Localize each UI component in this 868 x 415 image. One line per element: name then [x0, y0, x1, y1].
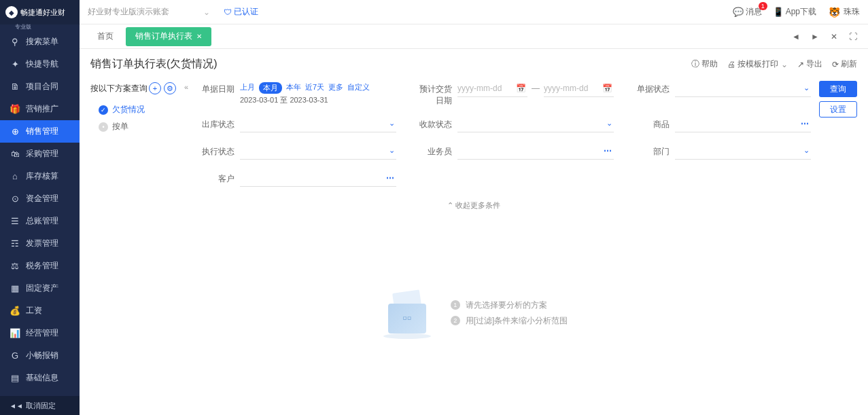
query-button[interactable]: 查询	[819, 81, 857, 97]
date-link-5[interactable]: 自定义	[347, 82, 370, 94]
close-icon[interactable]: ✕	[196, 33, 202, 40]
tab-prev-button[interactable]: ◄	[789, 30, 803, 43]
goods-label: 商品	[634, 115, 675, 130]
sidebar-pin-toggle[interactable]: ◄◄ 取消固定	[0, 396, 80, 415]
date-link-1[interactable]: 本月	[259, 82, 282, 94]
content: 销售订单执行表(欠货情况) ⓘ帮助 🖨按模板打印⌄ ↗导出 ⟳刷新 按以下方案查…	[80, 49, 868, 415]
nav-item-doc[interactable]: 🗎项目合同	[0, 75, 80, 98]
customer-label: 客户	[199, 169, 240, 185]
deliver-date-to-input[interactable]: yyyy-mm-dd📅	[544, 79, 614, 97]
salesman-label: 业务员	[417, 142, 457, 158]
collapse-up-icon: ⌃	[447, 201, 453, 210]
home-icon: ✦	[10, 59, 20, 70]
money-icon: ⊙	[10, 194, 20, 204]
search-icon: ⚲	[10, 37, 20, 48]
chevron-down-icon: ⌄	[389, 119, 395, 128]
nav-label: 总账管理	[26, 215, 58, 227]
nav-item-sys[interactable]: ⚙系统管理	[0, 389, 80, 396]
dash: —	[532, 84, 540, 93]
scheme-title: 按以下方案查询	[90, 83, 147, 94]
nav-item-biz[interactable]: 📊经营管理	[0, 322, 80, 344]
nav-item-search[interactable]: ⚲搜索菜单	[0, 31, 80, 53]
scheme-item-0[interactable]: ✓欠货情况	[99, 101, 191, 118]
brand-name: 畅捷通好业财	[20, 7, 65, 18]
empty-illustration: ▫▫	[380, 291, 434, 339]
nav-item-home[interactable]: ✦快捷导航	[0, 53, 80, 75]
nav-item-invoice[interactable]: ☶发票管理	[0, 232, 80, 255]
help-button[interactable]: ⓘ帮助	[691, 58, 718, 70]
brand-logo: ◆ 畅捷通好业财	[0, 0, 80, 24]
help-icon: ⓘ	[691, 58, 699, 70]
export-icon: ↗	[797, 60, 804, 69]
empty-state: ▫▫ 1请先选择要分析的方案 2用[过滤]条件来缩小分析范围	[80, 215, 868, 415]
date-link-2[interactable]: 本年	[286, 82, 301, 94]
sidebar-pin-label: 取消固定	[26, 401, 56, 411]
messages-label: 消息	[746, 6, 762, 18]
date-link-3[interactable]: 近7天	[305, 82, 324, 94]
date-link-4[interactable]: 更多	[328, 82, 343, 94]
receipt-status-select[interactable]: ⌄	[457, 115, 614, 132]
cart-icon: ⊕	[10, 126, 20, 137]
date-range-links: 上月本月本年近7天更多自定义	[240, 79, 396, 94]
bill-status-select[interactable]: ⌄	[675, 79, 811, 97]
tenant-selector[interactable]: 好业财专业版演示账套 ⌄	[88, 6, 210, 18]
nav-label: 搜索菜单	[26, 36, 58, 48]
tab-label: 首页	[97, 31, 114, 42]
nav-item-gift[interactable]: 🎁营销推广	[0, 98, 80, 120]
tab-1[interactable]: 销售订单执行表✕	[126, 27, 211, 46]
scheme-item-1[interactable]: •按单	[99, 118, 191, 135]
goods-select[interactable]: ⋯	[675, 115, 811, 132]
page-header: 销售订单执行表(欠货情况) ⓘ帮助 🖨按模板打印⌄ ↗导出 ⟳刷新	[80, 49, 868, 77]
tab-next-button[interactable]: ►	[808, 30, 822, 43]
nav-item-salary[interactable]: 💰工资	[0, 300, 80, 322]
deliver-date-from-input[interactable]: yyyy-mm-dd📅	[457, 79, 527, 97]
chevron-down-icon: ⌄	[606, 119, 612, 128]
doc-icon: 🗎	[10, 82, 20, 92]
empty-step-1: 1请先选择要分析的方案	[451, 300, 568, 311]
nav-item-cart[interactable]: ⊕销售管理	[0, 120, 80, 143]
fullscreen-button[interactable]: ⛶	[846, 30, 860, 43]
export-button[interactable]: ↗导出	[797, 58, 822, 70]
nav-item-store[interactable]: ⌂库存核算	[0, 165, 80, 187]
salesman-select[interactable]: ⋯	[457, 142, 614, 160]
deliver-date-label: 预计交货日期	[417, 79, 457, 107]
brand-icon: ◆	[5, 6, 18, 18]
nav-item-tax[interactable]: ⚖税务管理	[0, 255, 80, 277]
nav-label: 销售管理	[26, 126, 58, 137]
nav-item-asset[interactable]: ▦固定资产	[0, 277, 80, 300]
scheme-settings-button[interactable]: ⚙	[164, 82, 176, 94]
print-icon: 🖨	[727, 60, 735, 69]
scheme-collapse-button[interactable]: «	[181, 82, 191, 92]
nav-label: 经营管理	[26, 327, 58, 339]
nav-item-reimburse[interactable]: G小畅报销	[0, 344, 80, 367]
base-icon: ▤	[10, 373, 20, 384]
tab-close-button[interactable]: ✕	[827, 30, 841, 43]
refresh-button[interactable]: ⟳刷新	[832, 58, 857, 70]
chevron-down-icon: ⌄	[203, 7, 210, 17]
messages-button[interactable]: 💬 消息	[733, 6, 762, 18]
action-column: 查询 设置	[819, 79, 857, 196]
user-menu[interactable]: 🐯 珠珠	[827, 5, 860, 19]
out-status-select[interactable]: ⌄	[240, 115, 396, 132]
date-link-0[interactable]: 上月	[240, 82, 255, 94]
verified-label: 已认证	[234, 6, 258, 18]
dept-select[interactable]: ⌄	[675, 142, 811, 160]
tax-icon: ⚖	[10, 261, 20, 272]
settings-button[interactable]: 设置	[819, 101, 857, 118]
nav-item-money[interactable]: ⊙资金管理	[0, 187, 80, 210]
scheme-add-button[interactable]: +	[149, 82, 161, 94]
app-download-button[interactable]: 📱 App下载	[773, 6, 816, 18]
customer-select[interactable]: ⋯	[240, 169, 396, 187]
bag-icon: 🛍	[10, 149, 20, 160]
collapse-filters-button[interactable]: ⌃ 收起更多条件	[447, 200, 500, 211]
nav-label: 固定资产	[26, 283, 58, 294]
verified-badge: 🛡 已认证	[224, 6, 258, 18]
nav-label: 基础信息	[26, 372, 58, 384]
nav-item-base[interactable]: ▤基础信息	[0, 367, 80, 389]
nav-item-ledger[interactable]: ☰总账管理	[0, 210, 80, 232]
exec-status-select[interactable]: ⌄	[240, 142, 396, 160]
nav-label: 库存核算	[26, 170, 58, 182]
template-print-button[interactable]: 🖨按模板打印⌄	[727, 58, 788, 70]
nav-item-bag[interactable]: 🛍采购管理	[0, 143, 80, 165]
tab-0[interactable]: 首页	[88, 27, 123, 46]
